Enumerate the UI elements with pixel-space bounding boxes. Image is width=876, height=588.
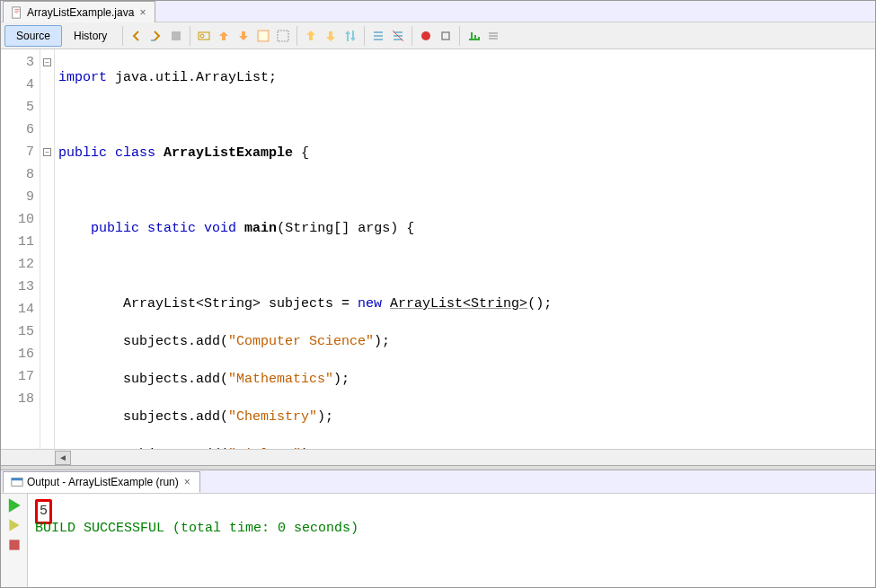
code-line: subjects.add("Mathematics"); bbox=[55, 368, 875, 391]
find-selection-icon[interactable] bbox=[194, 26, 214, 46]
build-status: BUILD SUCCESSFUL (total time: 0 seconds) bbox=[35, 519, 868, 539]
source-mode-tab[interactable]: Source bbox=[4, 25, 62, 47]
shift-down-icon[interactable] bbox=[321, 26, 341, 46]
line-number-gutter: 3 4 5 6 7 8 9 10 11 12 13 14 15 16 17 18 bbox=[1, 49, 40, 449]
svg-rect-11 bbox=[9, 540, 19, 549]
code-line: import java.util.ArrayList; bbox=[55, 66, 875, 89]
output-body: 5 BUILD SUCCESSFUL (total time: 0 second… bbox=[1, 494, 875, 587]
line-number: 17 bbox=[1, 365, 40, 388]
close-icon[interactable]: × bbox=[182, 476, 192, 488]
svg-rect-1 bbox=[172, 31, 181, 40]
line-number: 7 bbox=[1, 141, 40, 163]
comment-icon[interactable] bbox=[388, 26, 408, 46]
output-tab[interactable]: Output - ArrayListExample (run) × bbox=[3, 471, 200, 493]
toggle-highlight-icon[interactable] bbox=[253, 26, 273, 46]
code-line: subjects.add("Computer Science"); bbox=[55, 330, 875, 353]
history-mode-tab[interactable]: History bbox=[62, 25, 119, 47]
editor-tabbar: ArrayListExample.java × bbox=[1, 1, 875, 22]
line-number: 11 bbox=[1, 231, 40, 253]
file-tab[interactable]: ArrayListExample.java × bbox=[3, 1, 155, 22]
line-number: 5 bbox=[1, 96, 40, 118]
output-tabbar: Output - ArrayListExample (run) × bbox=[1, 470, 875, 494]
separator bbox=[459, 26, 460, 46]
uncomment-icon[interactable] bbox=[368, 26, 388, 46]
run-macro-icon[interactable] bbox=[464, 26, 483, 46]
output-text[interactable]: 5 BUILD SUCCESSFUL (total time: 0 second… bbox=[28, 494, 875, 587]
separator bbox=[296, 26, 297, 46]
record-macro-icon[interactable] bbox=[416, 26, 436, 46]
svg-rect-10 bbox=[12, 478, 22, 481]
line-number: 6 bbox=[1, 118, 40, 141]
separator bbox=[122, 26, 123, 46]
macro-list-icon[interactable] bbox=[483, 26, 503, 46]
stop-icon[interactable] bbox=[166, 26, 186, 46]
line-number: 14 bbox=[1, 298, 40, 320]
code-line: subjects.add("Biology"); bbox=[55, 443, 875, 449]
code-line bbox=[55, 104, 875, 127]
svg-rect-6 bbox=[278, 31, 288, 41]
fold-gutter: − − bbox=[40, 49, 55, 449]
line-number: 3 bbox=[1, 51, 40, 74]
file-tab-label: ArrayListExample.java bbox=[27, 6, 134, 19]
line-number: 15 bbox=[1, 320, 40, 343]
line-number: 18 bbox=[1, 388, 40, 410]
line-number: 13 bbox=[1, 276, 40, 298]
line-number: 16 bbox=[1, 343, 40, 365]
svg-rect-8 bbox=[442, 32, 449, 39]
code-line bbox=[55, 180, 875, 202]
stop-output-icon[interactable] bbox=[6, 537, 22, 553]
code-editor[interactable]: 3 4 5 6 7 8 9 10 11 12 13 14 15 16 17 18… bbox=[1, 49, 875, 449]
separator bbox=[364, 26, 365, 46]
rerun-alt-icon[interactable] bbox=[6, 517, 22, 533]
output-sidebar bbox=[1, 494, 28, 587]
fold-toggle-icon[interactable]: − bbox=[43, 58, 51, 66]
horizontal-scrollbar[interactable]: ◄ bbox=[1, 449, 875, 465]
selection-icon[interactable] bbox=[273, 26, 293, 46]
line-number: 10 bbox=[1, 208, 40, 231]
code-line: public static void main(String[] args) { bbox=[55, 217, 875, 240]
close-icon[interactable]: × bbox=[137, 6, 147, 19]
line-number: 12 bbox=[1, 253, 40, 276]
line-number: 8 bbox=[1, 163, 40, 186]
code-area[interactable]: import java.util.ArrayList; public class… bbox=[55, 49, 875, 449]
svg-point-7 bbox=[421, 31, 430, 40]
separator bbox=[190, 26, 190, 46]
line-number: 9 bbox=[1, 186, 40, 208]
sort-icon[interactable] bbox=[341, 26, 360, 46]
line-number: 4 bbox=[1, 74, 40, 96]
nav-forward-icon[interactable] bbox=[146, 26, 166, 46]
separator bbox=[411, 26, 412, 46]
svg-point-3 bbox=[200, 34, 204, 38]
code-line: ArrayList<String> subjects = new ArrayLi… bbox=[55, 293, 875, 315]
java-file-icon bbox=[11, 6, 23, 19]
output-tab-label: Output - ArrayListExample (run) bbox=[27, 476, 179, 488]
code-line: subjects.add("Chemistry"); bbox=[55, 406, 875, 428]
editor-toolbar: Source History bbox=[1, 22, 875, 49]
code-line: public class ArrayListExample { bbox=[55, 142, 875, 164]
output-panel: Output - ArrayListExample (run) × 5 BUIL… bbox=[1, 470, 875, 587]
svg-rect-5 bbox=[260, 32, 267, 39]
stop-macro-icon[interactable] bbox=[436, 26, 456, 46]
nav-back-icon[interactable] bbox=[127, 26, 146, 46]
shift-up-icon[interactable] bbox=[301, 26, 321, 46]
rerun-icon[interactable] bbox=[6, 497, 22, 513]
prev-bookmark-icon[interactable] bbox=[214, 26, 234, 46]
fold-toggle-icon[interactable]: − bbox=[43, 148, 51, 156]
code-line bbox=[55, 255, 875, 277]
output-icon bbox=[11, 476, 23, 488]
next-bookmark-icon[interactable] bbox=[234, 26, 253, 46]
scroll-left-icon[interactable]: ◄ bbox=[55, 451, 71, 465]
